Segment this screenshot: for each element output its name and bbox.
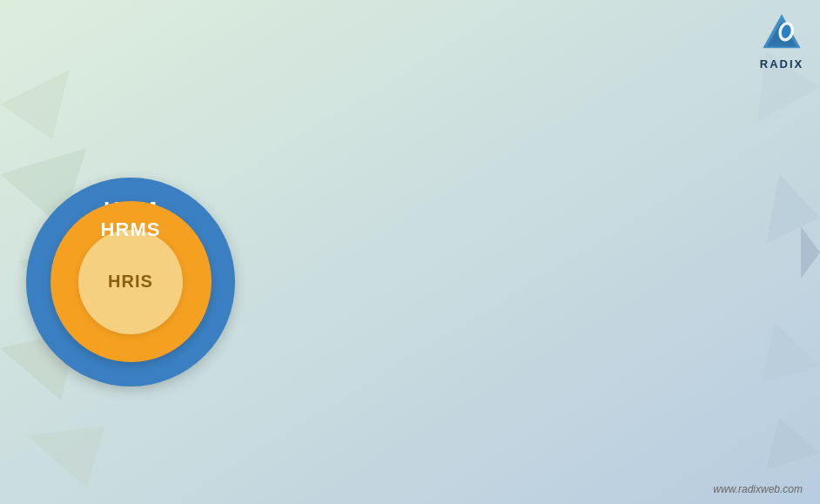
hcm-circle: HCM HRMS HRIS <box>26 178 235 386</box>
hcm-badge: Human Capital Management <box>273 73 460 97</box>
hrms-section: Human Resource Management System Learnin… <box>275 106 803 207</box>
main-layout: HCM HRMS HRIS Human Capital Management <box>0 64 820 499</box>
hrms-header: Human Resource Management System <box>275 106 803 130</box>
hcm-tick <box>261 84 273 86</box>
hris-items-grid: Employee DataManagement BenefitsAdminist… <box>275 248 803 306</box>
hris-item-1: Employee DataManagement <box>282 248 404 275</box>
hris-section: Human Resource Information System Employ… <box>275 219 803 306</box>
hris-item-5: PayrollProcessing <box>282 279 404 306</box>
page-title: HRIS vs HRMS vs HCM <box>0 19 820 56</box>
title-area: HRIS vs HRMS vs HCM <box>0 0 820 56</box>
hris-item-6: Time and AttendanceManagement <box>404 279 548 306</box>
logo: RADIX <box>759 10 804 71</box>
logo-text: RADIX <box>760 57 803 71</box>
right-content: Human Capital Management Human Resource … <box>261 64 803 499</box>
hrms-item-7: Onboarding <box>548 166 648 207</box>
hrms-item-8: Compensation <box>648 166 735 207</box>
footer-url: www.radixweb.com <box>713 483 803 495</box>
hrms-items-grid: Learning andDevelopment Workforce Planni… <box>275 135 803 207</box>
sections-container: Human Resource Management System Learnin… <box>275 106 803 499</box>
hrms-item-5: EmployeeExperienceManagement <box>282 166 404 207</box>
hris-label: HRIS <box>108 272 153 292</box>
hris-item-3: EmployeeSelf-Service <box>548 248 648 275</box>
hrms-item-3: SuccessionPlanning <box>548 135 648 162</box>
hris-item-7 <box>548 279 648 306</box>
logo-icon <box>759 10 804 56</box>
hris-tick-line <box>263 445 275 447</box>
hris-item-4: Reporting &Analytics <box>648 248 735 275</box>
hris-item-8 <box>648 279 735 306</box>
hrms-item-4: Recruiting <box>648 135 735 162</box>
hris-badge: Human Resource Information System <box>275 219 501 243</box>
hcm-section: Human Capital Management <box>261 73 803 97</box>
hrms-circle: HRMS HRIS <box>50 201 212 362</box>
hris-item-2: BenefitsAdministration <box>404 248 548 275</box>
hrms-item-2: Workforce Planningand Analytics <box>404 135 548 162</box>
hris-circle: HRIS <box>78 230 183 334</box>
bracket-area: Human Resource Management System Learnin… <box>261 106 803 499</box>
bracket-line <box>261 106 275 499</box>
hris-header: Human Resource Information System <box>275 219 803 243</box>
hrms-badge: Human Resource Management System <box>275 106 508 130</box>
circles-area: HCM HRMS HRIS <box>17 64 244 499</box>
footer: www.radixweb.com <box>713 483 803 495</box>
hrms-item-1: Learning andDevelopment <box>282 135 404 162</box>
hrms-label: HRMS <box>101 218 161 241</box>
hrms-item-6: Sales PerformanceManagement <box>404 166 548 207</box>
side-arrow-decoration <box>801 226 820 279</box>
